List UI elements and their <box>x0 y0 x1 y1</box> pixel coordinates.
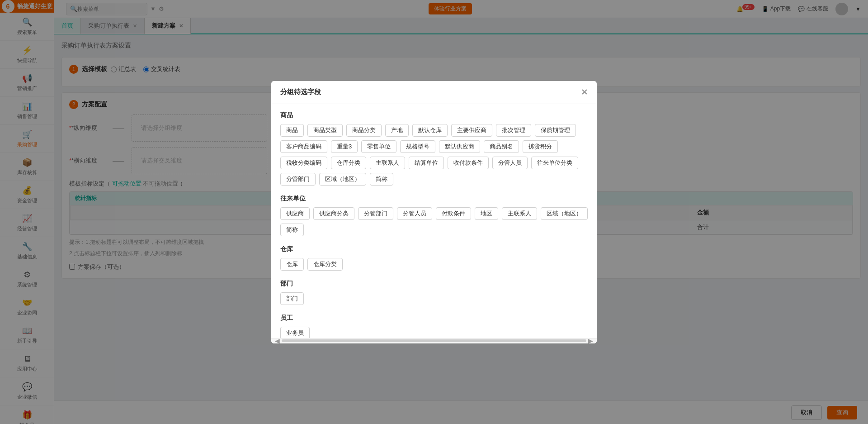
modal-header: 分组待选字段 ✕ <box>271 81 597 104</box>
field-tag-goods-2[interactable]: 商品分类 <box>346 124 382 137</box>
field-tag-goods-6[interactable]: 批次管理 <box>496 124 531 137</box>
field-tag-partner-7[interactable]: 区域（地区） <box>541 207 588 220</box>
field-tag-goods-9[interactable]: 重量3 <box>331 140 358 153</box>
field-tag-warehouse-0[interactable]: 仓库 <box>280 258 304 271</box>
hscroll-bar[interactable] <box>282 339 586 342</box>
field-tag-employee-0[interactable]: 业务员 <box>280 327 310 338</box>
field-tags-partner: 供应商供应商分类分管部门分管人员付款条件地区主联系人区域（地区）简称 <box>280 207 588 236</box>
field-section-warehouse: 仓库仓库仓库分类 <box>280 245 588 271</box>
field-tag-goods-7[interactable]: 保质期管理 <box>535 124 576 137</box>
field-tag-goods-22[interactable]: 分管部门 <box>280 173 316 186</box>
field-tag-partner-5[interactable]: 地区 <box>475 207 498 220</box>
field-tag-dept-0[interactable]: 部门 <box>280 292 304 305</box>
field-tag-warehouse-1[interactable]: 仓库分类 <box>307 258 343 271</box>
field-tag-goods-1[interactable]: 商品类型 <box>307 124 343 137</box>
hscroll-left-icon[interactable]: ◀ <box>273 337 282 343</box>
field-section-goods: 商品商品商品类型商品分类产地默认仓库主要供应商批次管理保质期管理客户商品编码重量… <box>280 111 588 186</box>
field-tag-goods-21[interactable]: 往来单位分类 <box>531 157 578 169</box>
modal-hscroll: ◀ ▶ <box>271 338 597 343</box>
field-tag-goods-19[interactable]: 收付款条件 <box>448 157 489 169</box>
field-section-employee: 员工业务员 <box>280 314 588 338</box>
field-tag-goods-13[interactable]: 商品别名 <box>484 140 519 153</box>
field-tags-dept: 部门 <box>280 292 588 305</box>
field-tag-partner-4[interactable]: 付款条件 <box>436 207 471 220</box>
field-tags-warehouse: 仓库仓库分类 <box>280 258 588 271</box>
field-tag-goods-0[interactable]: 商品 <box>280 124 304 137</box>
field-tag-goods-12[interactable]: 默认供应商 <box>439 140 480 153</box>
field-tag-goods-10[interactable]: 零售单位 <box>361 140 396 153</box>
field-tag-goods-5[interactable]: 主要供应商 <box>451 124 492 137</box>
modal-close-button[interactable]: ✕ <box>581 87 588 97</box>
field-tags-employee: 业务员 <box>280 327 588 338</box>
field-tag-partner-6[interactable]: 主联系人 <box>502 207 537 220</box>
field-section-dept: 部门部门 <box>280 280 588 305</box>
field-tag-goods-16[interactable]: 仓库分类 <box>331 157 366 169</box>
field-section-title-partner: 往来单位 <box>280 195 588 203</box>
field-tag-goods-3[interactable]: 产地 <box>385 124 409 137</box>
field-tag-partner-3[interactable]: 分管人员 <box>397 207 432 220</box>
hscroll-right-icon[interactable]: ▶ <box>586 337 595 343</box>
field-tag-goods-15[interactable]: 税收分类编码 <box>280 157 327 169</box>
field-tag-goods-20[interactable]: 分管人员 <box>492 157 528 169</box>
field-section-title-employee: 员工 <box>280 314 588 322</box>
field-section-title-dept: 部门 <box>280 280 588 288</box>
field-tags-goods: 商品商品类型商品分类产地默认仓库主要供应商批次管理保质期管理客户商品编码重量3零… <box>280 124 588 186</box>
field-tag-goods-23[interactable]: 区域（地区） <box>319 173 366 186</box>
modal-body: 商品商品商品类型商品分类产地默认仓库主要供应商批次管理保质期管理客户商品编码重量… <box>271 104 597 338</box>
field-tag-partner-8[interactable]: 简称 <box>280 224 304 236</box>
field-tag-partner-1[interactable]: 供应商分类 <box>313 207 354 220</box>
field-tag-goods-4[interactable]: 默认仓库 <box>412 124 448 137</box>
field-section-partner: 往来单位供应商供应商分类分管部门分管人员付款条件地区主联系人区域（地区）简称 <box>280 195 588 236</box>
field-tag-goods-17[interactable]: 主联系人 <box>370 157 405 169</box>
field-tag-goods-18[interactable]: 结算单位 <box>409 157 444 169</box>
field-tag-goods-14[interactable]: 拣货积分 <box>523 140 558 153</box>
field-tag-partner-0[interactable]: 供应商 <box>280 207 310 220</box>
modal: 分组待选字段 ✕ 商品商品商品类型商品分类产地默认仓库主要供应商批次管理保质期管… <box>271 81 597 343</box>
modal-title: 分组待选字段 <box>280 88 321 96</box>
modal-overlay[interactable]: 分组待选字段 ✕ 商品商品商品类型商品分类产地默认仓库主要供应商批次管理保质期管… <box>0 0 868 424</box>
field-section-title-warehouse: 仓库 <box>280 245 588 253</box>
field-tag-goods-8[interactable]: 客户商品编码 <box>280 140 327 153</box>
field-tag-goods-11[interactable]: 规格型号 <box>400 140 435 153</box>
field-section-title-goods: 商品 <box>280 111 588 119</box>
field-tag-partner-2[interactable]: 分管部门 <box>358 207 393 220</box>
field-tag-goods-24[interactable]: 简称 <box>370 173 393 186</box>
